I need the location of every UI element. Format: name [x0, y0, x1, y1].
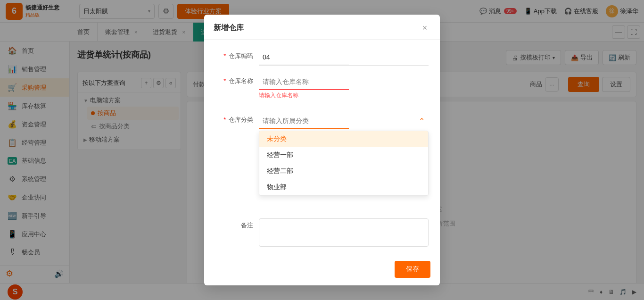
save-button[interactable]: 保存 [395, 261, 430, 278]
category-required-star: * [223, 116, 226, 123]
category-select-wrap: ⌃ 未分类 经营一部 经营二部 物业部 [259, 113, 429, 129]
dropdown-item-unclassified[interactable]: 未分类 [259, 131, 428, 147]
code-input[interactable] [259, 49, 349, 65]
code-label: * 仓库编码 [215, 49, 253, 60]
modal-close-button[interactable]: × [419, 22, 430, 33]
dropdown-item-dept1[interactable]: 经营一部 [259, 147, 428, 163]
modal-title: 新增仓库 [214, 23, 244, 33]
code-required-star: * [223, 52, 226, 59]
modal-overlay: 新增仓库 × * 仓库编码 * 仓库名称 [0, 0, 644, 300]
name-required-star: * [223, 77, 226, 84]
category-input[interactable] [259, 113, 349, 129]
modal-header: 新增仓库 × [204, 15, 440, 40]
dropdown-item-dept2[interactable]: 经营二部 [259, 163, 428, 179]
form-row-note: 备注 [215, 218, 429, 247]
code-input-wrap [259, 49, 429, 66]
category-dropdown: 未分类 经营一部 经营二部 物业部 [259, 131, 429, 196]
dropdown-item-dept3[interactable]: 物业部 [259, 179, 428, 195]
name-input[interactable] [259, 74, 349, 90]
modal-body: * 仓库编码 * 仓库名称 请输入仓库名称 [204, 40, 440, 138]
form-row-category: * 仓库分类 ⌃ 未分类 经营一部 经营二部 物业部 [215, 113, 429, 129]
name-error-message: 请输入仓库名称 [259, 92, 429, 100]
name-label: * 仓库名称 [215, 74, 253, 85]
modal-footer: 保存 [204, 255, 440, 285]
note-label: 备注 [215, 218, 253, 230]
category-label: * 仓库分类 [215, 113, 253, 124]
form-row-code: * 仓库编码 [215, 49, 429, 66]
note-textarea[interactable] [259, 218, 429, 247]
category-up-arrow-icon[interactable]: ⌃ [419, 117, 425, 125]
form-row-name: * 仓库名称 请输入仓库名称 [215, 74, 429, 100]
new-warehouse-modal: 新增仓库 × * 仓库编码 * 仓库名称 [204, 15, 440, 285]
name-input-wrap: 请输入仓库名称 [259, 74, 429, 100]
